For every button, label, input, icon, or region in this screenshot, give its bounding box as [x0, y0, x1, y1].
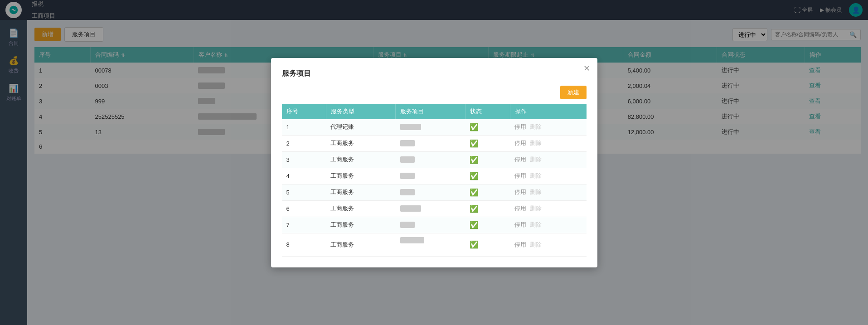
modal-table-row: 2工商服务XXXX✅停用删除	[282, 135, 587, 151]
modal-type-cell: 工商服务	[326, 184, 396, 200]
modal-type-cell: 工商服务	[326, 200, 396, 217]
delete-button[interactable]: 删除	[530, 241, 542, 248]
modal-action-cell: 停用删除	[510, 151, 586, 168]
delete-button[interactable]: 删除	[530, 205, 542, 212]
modal-item-cell: XXXX	[396, 168, 466, 184]
modal-action-cell: 停用删除	[510, 168, 586, 184]
modal-item-cell: XXXX	[396, 151, 466, 168]
stop-button[interactable]: 停用	[514, 189, 526, 195]
modal-item-cell: XXXX	[396, 184, 466, 200]
modal-type-cell: 工商服务	[326, 233, 396, 256]
modal-action-cell: 停用删除	[510, 217, 586, 233]
modal-seq-cell: 8	[282, 233, 326, 256]
stop-button[interactable]: 停用	[514, 241, 526, 248]
stop-button[interactable]: 停用	[514, 123, 526, 130]
modal-item-cell: XXXX	[396, 217, 466, 233]
delete-button[interactable]: 删除	[530, 156, 542, 163]
modal-type-cell: 代理记账	[326, 119, 396, 136]
status-check-icon: ✅	[470, 123, 479, 131]
status-check-icon: ✅	[470, 156, 479, 164]
modal-toolbar: 新建	[282, 86, 587, 99]
modal-status-cell: ✅	[465, 151, 510, 168]
modal-table-row: 1代理记账XXXX 1✅停用删除	[282, 119, 587, 136]
modal-item-cell: XXXX 1	[396, 119, 466, 136]
modal-new-button[interactable]: 新建	[560, 86, 587, 99]
modal-seq-cell: 3	[282, 151, 326, 168]
modal-table-row: 5工商服务XXXX✅停用删除	[282, 184, 587, 200]
modal-type-cell: 工商服务	[326, 135, 396, 151]
modal-status-cell: ✅	[465, 217, 510, 233]
modal-table-header: 序号服务类型服务项目状态操作	[282, 104, 587, 119]
modal-close-button[interactable]: ✕	[583, 63, 590, 73]
modal-status-cell: ✅	[465, 200, 510, 217]
modal-service-table: 序号服务类型服务项目状态操作 1代理记账XXXX 1✅停用删除2工商服务XXXX…	[282, 104, 587, 257]
modal-column-header: 服务类型	[326, 104, 396, 119]
modal-item-cell: XXXX	[396, 135, 466, 151]
modal-table-row: 7工商服务XXXX✅停用删除	[282, 217, 587, 233]
modal-table-body: 1代理记账XXXX 1✅停用删除2工商服务XXXX✅停用删除3工商服务XXXX✅…	[282, 119, 587, 257]
modal-table-row: 6工商服务XXXXXX✅停用删除	[282, 200, 587, 217]
status-check-icon: ✅	[470, 172, 479, 180]
modal-status-cell: ✅	[465, 184, 510, 200]
modal-column-header: 状态	[465, 104, 510, 119]
modal-type-cell: 工商服务	[326, 168, 396, 184]
delete-button[interactable]: 删除	[530, 140, 542, 146]
stop-button[interactable]: 停用	[514, 156, 526, 163]
modal-action-cell: 停用删除	[510, 184, 586, 200]
modal-item-cell: XXXXXX	[396, 200, 466, 217]
modal-status-cell: ✅	[465, 135, 510, 151]
status-check-icon: ✅	[470, 189, 479, 196]
modal-seq-cell: 2	[282, 135, 326, 151]
modal-seq-cell: 6	[282, 200, 326, 217]
modal-status-cell: ✅	[465, 168, 510, 184]
stop-button[interactable]: 停用	[514, 205, 526, 212]
stop-button[interactable]: 停用	[514, 221, 526, 228]
modal-action-cell: 停用删除	[510, 135, 586, 151]
stop-button[interactable]: 停用	[514, 140, 526, 146]
modal-column-header: 序号	[282, 104, 326, 119]
delete-button[interactable]: 删除	[530, 172, 542, 179]
delete-button[interactable]: 删除	[530, 189, 542, 195]
modal-type-cell: 工商服务	[326, 151, 396, 168]
delete-button[interactable]: 删除	[530, 221, 542, 228]
modal-column-header: 服务项目	[396, 104, 466, 119]
modal-action-cell: 停用删除	[510, 233, 586, 256]
modal-status-cell: ✅	[465, 233, 510, 256]
delete-button[interactable]: 删除	[530, 123, 542, 130]
modal-column-header: 操作	[510, 104, 586, 119]
modal-table-row: 4工商服务XXXX✅停用删除	[282, 168, 587, 184]
modal-seq-cell: 7	[282, 217, 326, 233]
modal-seq-cell: 1	[282, 119, 326, 136]
modal-type-cell: 工商服务	[326, 217, 396, 233]
modal-overlay[interactable]: ✕ 服务项目 新建 序号服务类型服务项目状态操作 1代理记账XXXX 1✅停用删…	[0, 0, 868, 325]
status-check-icon: ✅	[470, 140, 479, 147]
status-check-icon: ✅	[470, 205, 479, 213]
modal-seq-cell: 5	[282, 184, 326, 200]
modal-action-cell: 停用删除	[510, 200, 586, 217]
modal-title: 服务项目	[282, 69, 587, 78]
modal-table-row: 8工商服务XXXX 注册✅停用删除	[282, 233, 587, 256]
modal-item-cell: XXXX 注册	[396, 233, 466, 256]
modal-table-row: 3工商服务XXXX✅停用删除	[282, 151, 587, 168]
modal-status-cell: ✅	[465, 119, 510, 136]
status-check-icon: ✅	[470, 241, 479, 248]
modal-table-wrap: 序号服务类型服务项目状态操作 1代理记账XXXX 1✅停用删除2工商服务XXXX…	[282, 104, 587, 257]
stop-button[interactable]: 停用	[514, 172, 526, 179]
modal-action-cell: 停用删除	[510, 119, 586, 136]
status-check-icon: ✅	[470, 221, 479, 229]
service-items-modal: ✕ 服务项目 新建 序号服务类型服务项目状态操作 1代理记账XXXX 1✅停用删…	[271, 58, 597, 267]
modal-seq-cell: 4	[282, 168, 326, 184]
